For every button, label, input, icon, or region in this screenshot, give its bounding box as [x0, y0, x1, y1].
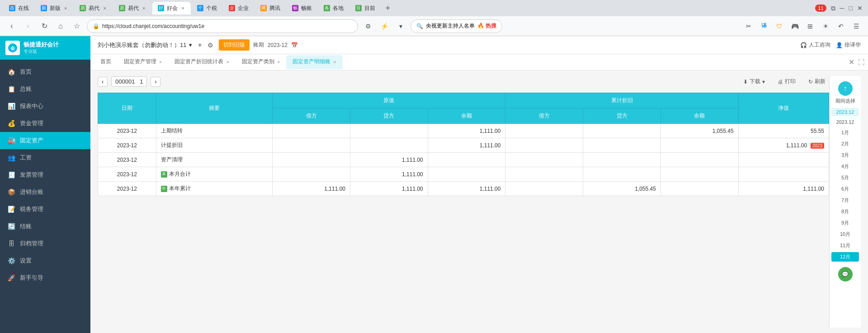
tab-close-haokuai[interactable]: × — [180, 5, 185, 11]
period-month-8[interactable]: 8月 — [831, 207, 859, 216]
back-button[interactable]: ‹ — [5, 20, 18, 33]
page-tab-asset-ledger[interactable]: 固定资产明细账 × — [286, 55, 342, 69]
tab-close-yidai1[interactable]: × — [102, 5, 107, 11]
dropdown-icon[interactable]: ▾ — [394, 20, 407, 33]
period-value: 2023-12 — [268, 42, 288, 48]
download-button[interactable]: ⬇ 下载 ▾ — [740, 76, 769, 87]
prev-record-button[interactable]: ‹ — [98, 77, 108, 87]
calendar-icon[interactable]: 📅 — [291, 42, 298, 48]
sidebar-item-home[interactable]: 🏠 首页 — [0, 63, 90, 80]
tab-restore-btn[interactable]: ⧉ — [831, 5, 835, 12]
page-tab-depreciation-stats[interactable]: 固定资产折旧统计表 × — [168, 55, 235, 69]
sidebar-item-reports[interactable]: 📊 报表中心 — [0, 98, 90, 115]
tab-close-yidai2[interactable]: × — [142, 5, 146, 11]
company-selector[interactable]: 刘小艳演示账套（勿删勿动！）11 ▾ — [98, 41, 192, 49]
sidebar-item-archive[interactable]: 🗄 归档管理 — [0, 235, 90, 252]
row3-summary: 资产清理 — [156, 153, 273, 167]
tab-haokuai[interactable]: 好 好会 × — [152, 2, 190, 14]
company-settings-icon[interactable]: ⚙ — [208, 42, 213, 49]
sidebar-item-settings[interactable]: ⚙️ 设置 — [0, 252, 90, 269]
sidebar-item-funds[interactable]: 💰 资金管理 — [0, 115, 90, 132]
grid-icon[interactable]: ⊞ — [804, 20, 816, 33]
close-all-icon[interactable]: ✕ — [849, 58, 854, 66]
user-info[interactable]: 👤 徐译华 — [836, 41, 861, 49]
sun-icon[interactable]: ☀ — [819, 20, 832, 33]
ledger-table: 日期 摘要 原值 累计折旧 净值 借方 贷方 余额 借方 贷方 余额 — [98, 93, 829, 196]
switch-version-button[interactable]: 切到旧版 — [219, 39, 250, 51]
row4-orig-credit: 1,111.00 — [350, 167, 428, 182]
sidebar-item-tax[interactable]: 📝 税务管理 — [0, 201, 90, 218]
print-button[interactable]: 🖨 打印 — [774, 76, 799, 87]
tab-qiye[interactable]: 企 企业 — [223, 2, 254, 14]
sidebar-item-general-ledger[interactable]: 📋 总账 — [0, 80, 90, 98]
sidebar-item-close[interactable]: 🔄 结账 — [0, 218, 90, 235]
bookmark-button[interactable]: ☆ — [71, 20, 83, 33]
period-month-11[interactable]: 11月 — [831, 241, 859, 250]
notification-badge[interactable]: 11 — [815, 5, 826, 12]
sidebar-item-stock[interactable]: 📦 进销台账 — [0, 183, 90, 201]
page-tab-close-depreciation-stats[interactable]: × — [226, 59, 229, 65]
page-tab-close-fixed-assets[interactable]: × — [159, 59, 162, 65]
page-tab-close-asset-category[interactable]: × — [277, 59, 280, 65]
home-button[interactable]: ⌂ — [54, 20, 67, 33]
tab-close-xinban[interactable]: × — [63, 5, 68, 11]
tab-add-button[interactable]: + — [382, 2, 394, 14]
tab-maximize-btn[interactable]: □ — [849, 5, 853, 12]
period-month-7[interactable]: 7月 — [831, 196, 859, 205]
tab-tengxun[interactable]: 腾 腾讯 — [255, 2, 286, 14]
tab-close-btn[interactable]: ✕ — [857, 5, 863, 12]
back-to-top-button[interactable]: ↑ — [838, 81, 853, 96]
scissors-icon[interactable]: ✂ — [742, 20, 755, 33]
fullscreen-icon[interactable]: ⛶ — [858, 59, 864, 66]
forward-button[interactable]: › — [22, 20, 34, 33]
tab-yidai2[interactable]: 易 易代 × — [113, 2, 151, 14]
shield-icon[interactable]: 🛡 — [773, 20, 786, 33]
period-month-3[interactable]: 3月 — [831, 150, 859, 160]
next-record-button[interactable]: › — [151, 77, 160, 87]
undo-icon[interactable]: ↶ — [835, 20, 847, 33]
tab-minimize-btn[interactable]: ─ — [840, 5, 844, 12]
page-tab-fixed-assets[interactable]: 固定资产管理 × — [118, 55, 168, 69]
sidebar-item-guide[interactable]: 🚀 新手引导 — [0, 269, 90, 286]
browser-tools-icon[interactable]: ⚙ — [362, 20, 374, 33]
close-period-nav-icon: 🔄 — [7, 222, 15, 230]
tab-muqian[interactable]: 目 目前 — [350, 2, 381, 14]
user-name: 徐译华 — [844, 41, 861, 49]
period-year-2[interactable]: 2023.12 — [831, 118, 859, 126]
tab-yidai1[interactable]: 易 易代 × — [74, 2, 112, 14]
lightning-icon[interactable]: ⚡ — [378, 20, 391, 33]
tab-xinban[interactable]: 新 新版 × — [35, 2, 73, 14]
row5-dep-balance — [660, 182, 738, 196]
period-month-12[interactable]: 12月 — [831, 252, 859, 262]
support-button[interactable]: 🎧 人工咨询 — [800, 41, 830, 49]
tax-nav-icon: 📝 — [7, 205, 15, 213]
period-month-2[interactable]: 2月 — [831, 139, 859, 149]
page-tab-asset-category[interactable]: 固定资产类别 × — [236, 55, 286, 69]
period-month-4[interactable]: 4月 — [831, 162, 859, 171]
page-tab-home[interactable]: 首页 — [94, 55, 118, 69]
period-month-1[interactable]: 1月 — [831, 128, 859, 137]
tab-gedi[interactable]: 各 各地 — [318, 2, 349, 14]
period-sidebar: ↑ 期间选择 2023.12 2023.12 1月 2月 3月 4月 5月 6月… — [829, 76, 861, 328]
row5-dep-debit — [505, 182, 583, 196]
page-tab-close-asset-ledger[interactable]: × — [333, 59, 336, 65]
add-company-button[interactable]: + — [198, 41, 202, 49]
translate-icon[interactable]: 译 — [758, 20, 770, 33]
menu-icon[interactable]: ☰ — [850, 20, 863, 33]
period-month-5[interactable]: 5月 — [831, 173, 859, 183]
period-year-1[interactable]: 2023.12 — [831, 108, 859, 116]
tab-geshuijia[interactable]: 个 个税 — [192, 2, 222, 14]
sidebar-item-fixed-assets[interactable]: 🏭 固定资产 — [0, 132, 90, 149]
feedback-button[interactable]: 💬 — [838, 267, 853, 281]
refresh-button[interactable]: ↻ 刷新 — [805, 76, 829, 87]
reload-button[interactable]: ↻ — [38, 20, 51, 33]
tab-zaixian[interactable]: 在 在线 — [4, 2, 34, 14]
address-input[interactable]: 🔒 https://cloud.chanjet.com/accounting/u… — [87, 19, 358, 33]
sidebar-item-payroll[interactable]: 👥 工资 — [0, 149, 90, 166]
period-month-6[interactable]: 6月 — [831, 184, 859, 194]
period-month-9[interactable]: 9月 — [831, 218, 859, 228]
tab-chang[interactable]: 畅 畅账 — [287, 2, 317, 14]
sidebar-item-invoice[interactable]: 🧾 发票管理 — [0, 166, 90, 183]
period-month-10[interactable]: 10月 — [831, 230, 859, 239]
game-icon[interactable]: 🎮 — [788, 20, 801, 33]
